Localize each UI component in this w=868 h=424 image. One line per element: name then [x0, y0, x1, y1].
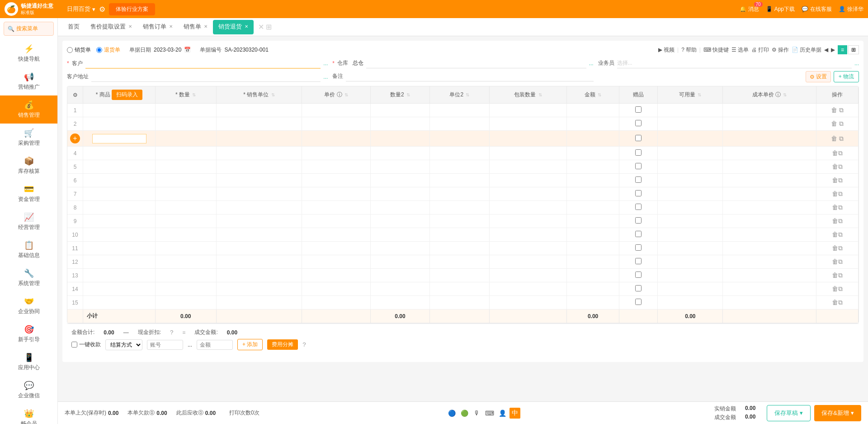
customer-select-button[interactable]: ...: [323, 60, 328, 67]
user-avatar-button[interactable]: 👤 徐泽华: [839, 5, 863, 13]
taskbar-icon-2[interactable]: 🟢: [459, 408, 470, 419]
copy-row-13-button[interactable]: ⧉: [838, 272, 843, 279]
delete-row-2-button[interactable]: 🗑: [831, 120, 837, 127]
taskbar-icon-4[interactable]: ⌨: [484, 408, 495, 419]
sidebar-item-finance[interactable]: 💳 资金管理: [0, 180, 57, 208]
fee-split-button[interactable]: 费用分摊: [267, 339, 298, 350]
sidebar-item-basic-info[interactable]: 📋 基础信息: [0, 236, 57, 264]
copy-row-9-button[interactable]: ⧉: [838, 217, 843, 225]
delete-row-15-button[interactable]: 🗑: [832, 299, 838, 306]
sidebar-item-enterprise[interactable]: 🤝 企业协同: [0, 292, 57, 320]
sidebar-item-member[interactable]: 👑 畅会员: [0, 404, 57, 424]
salesperson-select-button[interactable]: ...: [854, 60, 859, 67]
online-service-button[interactable]: 💬 在线客服: [802, 5, 832, 13]
sidebar-item-wechat[interactable]: 💬 企业微信: [0, 376, 57, 404]
delete-row-10-button[interactable]: 🗑: [832, 231, 838, 238]
table-view-button[interactable]: ≡: [838, 45, 847, 54]
tab-sales-return[interactable]: 销货退货 ✕: [213, 20, 254, 34]
grid-view-button[interactable]: ⊞: [848, 45, 859, 54]
gift-checkbox-5[interactable]: [635, 163, 642, 169]
app-download-button[interactable]: 📱 App下载: [766, 5, 795, 13]
add-payment-button[interactable]: + 添加: [237, 339, 263, 350]
video-help-button[interactable]: ▶ 视频: [658, 46, 675, 54]
salesperson-input[interactable]: [617, 58, 852, 68]
col-settings[interactable]: ⚙: [67, 86, 83, 104]
copy-row-7-button[interactable]: ⧉: [838, 190, 843, 198]
delete-row-7-button[interactable]: 🗑: [832, 190, 838, 197]
warehouse-select-button[interactable]: ...: [589, 60, 594, 67]
taskbar-icon-5[interactable]: 👤: [497, 408, 508, 419]
copy-row-10-button[interactable]: ⧉: [838, 231, 843, 238]
fee-help-button[interactable]: ?: [302, 341, 306, 348]
warehouse-input[interactable]: [366, 58, 586, 68]
shortcut-button[interactable]: ⌨ 快捷键: [703, 46, 729, 54]
next-record-button[interactable]: ▶: [831, 47, 835, 53]
gift-checkbox-3[interactable]: [635, 135, 642, 141]
remark-input[interactable]: [346, 71, 593, 81]
gift-checkbox-9[interactable]: [635, 217, 642, 224]
gift-checkbox-8[interactable]: [635, 204, 642, 210]
settings-icon-button[interactable]: ⚙: [99, 5, 105, 14]
gift-checkbox-13[interactable]: [635, 272, 642, 278]
gift-checkbox-11[interactable]: [635, 244, 642, 251]
tab-close-sales-slip[interactable]: ✕: [204, 24, 208, 29]
delete-row-9-button[interactable]: 🗑: [832, 217, 838, 224]
sidebar-item-sales[interactable]: 💰 销售管理: [0, 95, 57, 124]
gift-checkbox-10[interactable]: [635, 231, 642, 237]
gift-checkbox-2[interactable]: [635, 120, 642, 126]
gift-checkbox-4[interactable]: [635, 149, 642, 156]
sidebar-item-system[interactable]: 🔧 系统管理: [0, 264, 57, 292]
taskbar-icon-3[interactable]: 🎙: [472, 408, 482, 419]
delete-row-11-button[interactable]: 🗑: [832, 244, 838, 252]
sidebar-item-apps[interactable]: 📱 应用中心: [0, 348, 57, 376]
copy-row-14-button[interactable]: ⧉: [838, 285, 843, 293]
gift-checkbox-15[interactable]: [635, 299, 642, 305]
prev-record-button[interactable]: ◀: [824, 47, 828, 53]
tab-close-sales-return[interactable]: ✕: [245, 24, 248, 29]
copy-row-3-button[interactable]: ⧉: [839, 135, 844, 143]
tab-close-sale-price[interactable]: ✕: [128, 24, 132, 29]
add-row-button[interactable]: +: [70, 133, 80, 143]
customer-address-input[interactable]: [91, 71, 321, 82]
taskbar-icon-1[interactable]: 🔵: [446, 408, 457, 419]
copy-row-15-button[interactable]: ⧉: [838, 299, 843, 306]
copy-row-12-button[interactable]: ⧉: [838, 258, 843, 266]
one-click-payment-checkbox[interactable]: 一键收款: [71, 341, 101, 348]
discount-help-button[interactable]: ?: [170, 329, 173, 336]
copy-row-6-button[interactable]: ⧉: [838, 176, 843, 184]
notification-button[interactable]: 🔔 消息 70: [740, 5, 759, 13]
help-button[interactable]: ? 帮助: [681, 46, 697, 54]
tab-close-sales-order[interactable]: ✕: [169, 24, 173, 29]
date-picker-button[interactable]: 📅: [184, 47, 191, 53]
gift-checkbox-1[interactable]: [635, 106, 642, 113]
delete-row-6-button[interactable]: 🗑: [832, 176, 838, 184]
sidebar-item-purchase[interactable]: 🛒 采购管理: [0, 124, 57, 152]
operate-button[interactable]: ⚙ 操作: [772, 46, 789, 54]
taskbar-icon-6[interactable]: 中: [509, 408, 520, 419]
product-input-3[interactable]: [92, 134, 146, 143]
tab-sales-order[interactable]: 销售订单 ✕: [137, 20, 178, 34]
add-logistics-button[interactable]: + 物流: [834, 71, 859, 82]
delete-row-5-button[interactable]: 🗑: [832, 163, 838, 170]
gift-checkbox-7[interactable]: [635, 190, 642, 196]
delete-row-12-button[interactable]: 🗑: [832, 258, 838, 265]
sidebar-item-inventory[interactable]: 📦 库存核算: [0, 152, 57, 180]
field-settings-button[interactable]: ⚙ 设置: [806, 71, 831, 82]
window-close-button[interactable]: ✕: [258, 23, 264, 31]
delete-row-8-button[interactable]: 🗑: [832, 204, 838, 211]
copy-row-5-button[interactable]: ⧉: [838, 163, 843, 171]
delete-row-13-button[interactable]: 🗑: [832, 272, 838, 279]
customer-input[interactable]: [85, 58, 321, 69]
gift-checkbox-12[interactable]: [635, 258, 642, 264]
copy-row-1-button[interactable]: ⧉: [839, 106, 844, 114]
experience-button[interactable]: 体验行业方案: [109, 3, 155, 15]
copy-row-11-button[interactable]: ⧉: [838, 244, 843, 252]
delete-row-4-button[interactable]: 🗑: [832, 149, 838, 157]
customer-address-select-button[interactable]: ...: [323, 74, 328, 80]
tab-home[interactable]: 首页: [62, 20, 85, 34]
amount-input[interactable]: [197, 340, 233, 350]
search-menu-button[interactable]: 🔍 搜索菜单: [4, 22, 54, 36]
scan-input-button[interactable]: 扫码录入: [112, 90, 142, 100]
tab-sale-price-settings[interactable]: 售价提取设置 ✕: [85, 20, 137, 34]
radio-return-slip[interactable]: 退货单: [96, 46, 120, 54]
